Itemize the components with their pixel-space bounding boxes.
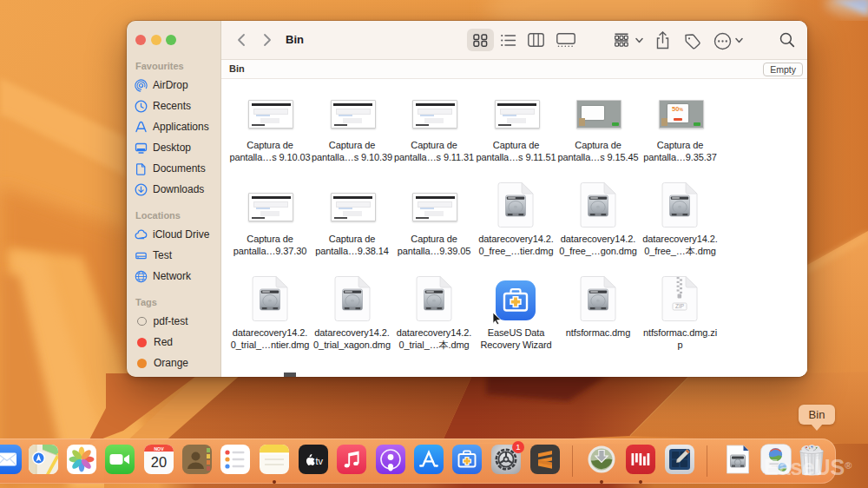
svg-text:ZIP: ZIP [675, 303, 684, 309]
svg-text:20: 20 [150, 454, 166, 470]
svg-text:NOV: NOV [154, 446, 164, 452]
svg-text:tv: tv [315, 456, 323, 466]
